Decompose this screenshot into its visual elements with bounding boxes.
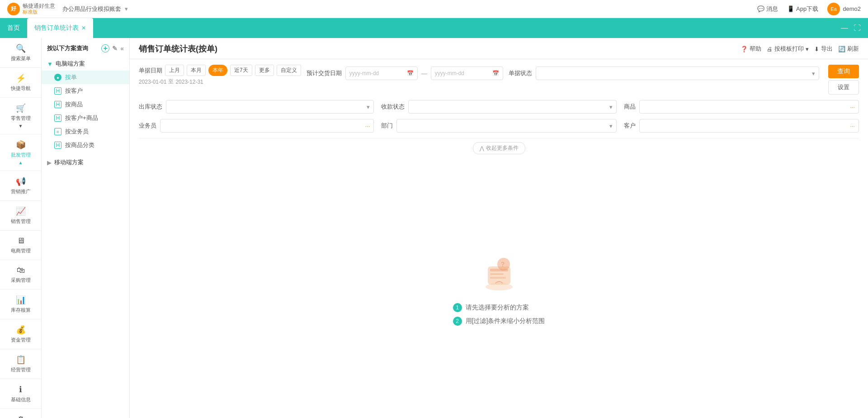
message-action[interactable]: 💬 消息: [757, 5, 778, 13]
top-bar-right: 💬 消息 📱 App下载 Ea demo2: [757, 3, 861, 15]
sidebar-item-marketing[interactable]: 📢 营销推广: [0, 171, 41, 201]
scheme-item-by-order[interactable]: ● 按单: [42, 71, 129, 84]
sidebar-item-wholesale-mgmt[interactable]: 📦 批发管理 ▲: [0, 134, 41, 171]
scheme-panel-header: 按以下方案查询 + ✎ «: [42, 42, 129, 55]
sidebar-item-search-menu-label: 搜索菜单: [11, 55, 31, 62]
collapse-button[interactable]: ⋀ 收起更多条件: [473, 142, 525, 154]
expected-date-group: 预计交货日期 yyyy-mm-dd 📅 — yyyy-mm-dd 📅: [307, 66, 503, 80]
print-dropdown-icon[interactable]: ▾: [806, 46, 809, 52]
settings-button[interactable]: 设置: [828, 80, 859, 95]
user-name: demo2: [843, 5, 861, 12]
export-label: 导出: [821, 45, 833, 53]
app-title-dropdown[interactable]: ▾: [125, 5, 128, 12]
scheme-group-mobile-header[interactable]: ▶ 移动端方案: [42, 156, 129, 169]
user-area[interactable]: Ea demo2: [827, 3, 861, 15]
scheme-item-by-customer-product[interactable]: H 按客户+商品: [42, 111, 129, 125]
sidebar-item-sales-mgmt[interactable]: 📈 销售管理: [0, 201, 41, 231]
export-btn[interactable]: ⬇ 导出: [814, 45, 833, 53]
sidebar-item-basic-info[interactable]: ℹ 基础信息: [0, 379, 41, 409]
collection-status-dropdown-icon: ▾: [609, 104, 613, 110]
sidebar-item-ecommerce[interactable]: 🖥 电商管理: [0, 231, 41, 260]
scheme-item-by-cat-icon: H: [54, 142, 61, 149]
app-download-action[interactable]: 📱 App下载: [787, 5, 818, 13]
date-btn-custom[interactable]: 自定义: [277, 65, 301, 76]
scheme-item-by-category[interactable]: H 按商品分类: [42, 138, 129, 152]
tab-maximize-btn[interactable]: ⛶: [854, 24, 861, 32]
ecommerce-icon: 🖥: [17, 236, 25, 246]
scheme-add-icon[interactable]: +: [101, 44, 109, 52]
customer-more-icon[interactable]: ···: [850, 123, 855, 129]
customer-input[interactable]: ···: [639, 119, 859, 133]
tab-minimize-btn[interactable]: —: [841, 24, 848, 32]
step-2-num: 2: [453, 317, 462, 326]
date-range-separator: 至: [168, 78, 174, 86]
main-layout: 🔍 搜索菜单 ⚡ 快捷导航 🛒 零售管理 ▼ 📦 批发管理 ▲ 📢 营销推广 📈…: [0, 38, 868, 418]
customer-group: 客户 ···: [624, 119, 859, 133]
sidebar-item-retail-mgmt[interactable]: 🛒 零售管理 ▼: [0, 98, 41, 134]
scheme-collapse-icon[interactable]: «: [120, 45, 124, 52]
goods-input[interactable]: ···: [639, 100, 859, 114]
help-btn[interactable]: ❓ 帮助: [741, 45, 761, 53]
collection-status-select[interactable]: ▾: [408, 100, 616, 114]
refresh-btn[interactable]: 🔄 刷新: [838, 45, 859, 53]
status-select[interactable]: ▾: [536, 66, 819, 80]
sidebar-item-quick-nav[interactable]: ⚡ 快捷导航: [0, 68, 41, 98]
operations-icon: 📋: [16, 355, 26, 365]
sidebar-item-quick-nav-label: 快捷导航: [11, 85, 31, 92]
sidebar-item-operations[interactable]: 📋 经营管理: [0, 349, 41, 379]
out-status-label: 出库状态: [139, 103, 162, 111]
scheme-group-pc-header[interactable]: ▼ 电脑端方案: [42, 57, 129, 71]
salesperson-group: 业务员 ···: [139, 119, 374, 133]
salesperson-input[interactable]: ···: [160, 119, 374, 133]
sidebar-item-retail-label: 零售管理: [11, 115, 31, 122]
sidebar-item-ecommerce-label: 电商管理: [11, 247, 31, 254]
sidebar-item-inventory[interactable]: 📊 库存核算: [0, 290, 41, 319]
sidebar-item-operations-label: 经营管理: [11, 366, 31, 373]
step-1-text: 请先选择要分析的方案: [466, 304, 529, 312]
content-area: 按以下方案查询 + ✎ « ▼ 电脑端方案 ● 按单 H 按客: [42, 38, 868, 418]
customer-label: 客户: [624, 122, 636, 130]
expected-date-end-input[interactable]: yyyy-mm-dd 📅: [431, 66, 503, 80]
date-btn-this-year[interactable]: 本年: [208, 65, 227, 76]
sidebar-item-search-menu[interactable]: 🔍 搜索菜单: [0, 38, 41, 68]
sidebar-item-purchase-label: 采购管理: [11, 277, 31, 284]
date-btn-this-month[interactable]: 本月: [187, 65, 206, 76]
date-btn-last-month[interactable]: 上月: [165, 65, 184, 76]
query-button[interactable]: 查询: [828, 65, 859, 78]
scheme-group-pc-label: 电脑端方案: [56, 60, 85, 68]
user-avatar: Ea: [827, 3, 840, 15]
department-select[interactable]: ▾: [396, 119, 616, 133]
tab-close-icon[interactable]: ✕: [81, 25, 86, 31]
app-download-icon: 📱: [787, 5, 794, 12]
calendar-end-icon[interactable]: 📅: [492, 70, 499, 76]
date-dash: —: [421, 70, 427, 77]
tab-sales-order-stats[interactable]: 销售订单统计表 ✕: [27, 18, 93, 38]
scheme-item-by-customer[interactable]: H 按客户: [42, 84, 129, 98]
goods-more-icon[interactable]: ···: [850, 104, 855, 110]
salesperson-more-icon[interactable]: ···: [365, 123, 370, 129]
tab-home[interactable]: 首页: [0, 18, 27, 38]
scheme-item-by-salesperson[interactable]: ≡ 按业务员: [42, 125, 129, 138]
filter-row-1: 单据日期 上月 本月 本年 近7天 更多 自定义 2023-01-01 至 20…: [139, 65, 859, 95]
scheme-group-pc: ▼ 电脑端方案 ● 按单 H 按客户 H 按商品 H 按客户+商品: [42, 55, 129, 154]
print-btn[interactable]: 🖨 按模板打印 ▾: [767, 45, 809, 53]
message-icon: 💬: [757, 5, 764, 12]
date-btn-last-7-days[interactable]: 近7天: [230, 65, 252, 76]
date-filter-label: 单据日期: [139, 66, 162, 75]
expected-date-start-input[interactable]: yyyy-mm-dd 📅: [345, 66, 418, 80]
basic-info-icon: ℹ: [19, 385, 22, 394]
scheme-header-actions: + ✎ «: [101, 44, 124, 52]
sidebar-item-purchase[interactable]: 🛍 采购管理: [0, 260, 41, 290]
sidebar-item-finance[interactable]: 💰 资金管理: [0, 319, 41, 349]
refresh-label: 刷新: [847, 45, 859, 53]
calendar-start-icon[interactable]: 📅: [407, 70, 414, 76]
empty-illustration: ?: [476, 251, 522, 296]
scheme-edit-icon[interactable]: ✎: [112, 45, 118, 52]
date-range-row: 2023-01-01 至 2023-12-31: [139, 78, 301, 86]
tab-bar: 首页 销售订单统计表 ✕ — ⛶: [0, 18, 868, 38]
scheme-item-by-product[interactable]: H 按商品: [42, 98, 129, 111]
sidebar-item-system[interactable]: ⚙ 系统管理: [0, 409, 41, 418]
sidebar-item-finance-label: 资金管理: [11, 337, 31, 343]
out-status-select[interactable]: ▾: [166, 100, 374, 114]
date-btn-more[interactable]: 更多: [255, 65, 274, 76]
